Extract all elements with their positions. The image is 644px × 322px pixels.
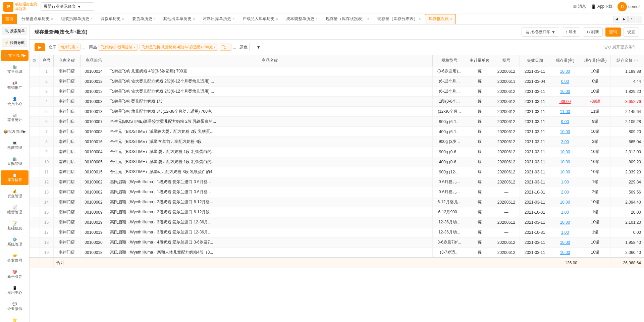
product-tag-more[interactable]: 飞... — [220, 44, 231, 51]
settings-btn[interactable]: 设置 — [624, 28, 639, 37]
cell-warehouse: 南岸门店 — [53, 177, 80, 187]
tab-close-8[interactable]: × — [316, 17, 318, 21]
sidebar-item-retail-stats[interactable]: 📊 零售统计 — [1, 110, 29, 125]
sidebar-item-enterprise[interactable]: 🤝 企业协同 — [1, 251, 29, 266]
tab-menu-btn[interactable]: ⋮ — [636, 16, 642, 22]
cell-stock-main[interactable]: -39.00 — [550, 97, 580, 107]
cell-stock-main[interactable]: 1.00 — [550, 177, 580, 187]
cell-stock-main[interactable]: 10.00 — [550, 248, 580, 258]
print-dropdown-icon: ▼ — [551, 30, 555, 35]
sidebar-item-member2[interactable]: 🌟 畅会员 — [1, 315, 29, 322]
app-download-btn[interactable]: 📱 App下载 — [591, 4, 612, 9]
cell-settings — [30, 107, 40, 117]
tab-5[interactable]: 其他出库单历史 × — [160, 14, 199, 24]
tab-close-4[interactable]: × — [154, 17, 156, 21]
cell-stock-main[interactable]: 10.00 — [550, 217, 580, 227]
sidebar-item-newbie[interactable]: 🎯 新手引导 — [1, 267, 29, 282]
tab-close-1[interactable]: × — [51, 17, 53, 21]
tab-home[interactable]: 首页 — [2, 14, 17, 24]
balance-info-icon[interactable]: ⓘ — [634, 59, 638, 62]
tab-close-3[interactable]: × — [122, 17, 124, 21]
sidebar-item-ecommerce[interactable]: 💻 电商管理 — [1, 138, 29, 153]
tab-close-5[interactable]: × — [193, 17, 195, 21]
cell-stock-main[interactable]: 9.00 — [550, 117, 580, 127]
tab-close-7[interactable]: × — [276, 17, 278, 21]
cell-stock-main[interactable]: 10.00 — [550, 66, 580, 76]
cell-stock-main[interactable]: 10.00 — [550, 167, 580, 177]
cell-stock-main[interactable]: 0.00 — [550, 76, 580, 87]
sidebar-item-purchase[interactable]: 🛍️ 采购管理 — [1, 154, 29, 169]
refresh-btn[interactable]: ↻ 刷新 — [583, 28, 603, 37]
tab-close-2[interactable]: × — [91, 17, 93, 21]
warehouse-tag-remove[interactable]: × — [76, 45, 78, 49]
sidebar-item-retail-shop[interactable]: 🏪 零售商城 — [1, 62, 29, 77]
tab-2[interactable]: 组装拆卸单历史 × — [57, 14, 96, 24]
tab-close-10[interactable]: × — [419, 17, 421, 21]
cell-stock-main[interactable]: 10.00 — [550, 237, 580, 248]
warehouse-tag[interactable]: 南岸门店 × — [58, 44, 80, 51]
tab-7[interactable]: 产成品入库单历史 × — [239, 14, 282, 24]
sidebar-item-wholesale[interactable]: 📦 批发管理 ▶ — [1, 126, 29, 137]
sidebar-item-finance[interactable]: 💰 资金管理 — [1, 186, 29, 201]
user-area[interactable]: D demo2 — [618, 2, 641, 11]
tab-close-6[interactable]: × — [232, 17, 234, 21]
cell-stock-main[interactable]: 2.00 — [550, 187, 580, 197]
message-btn[interactable]: ✉ 消息 — [573, 4, 586, 9]
cell-code: 00100013 — [80, 107, 107, 117]
tab-1[interactable]: 分量盘点单历史 × — [18, 14, 57, 24]
cell-stock-main[interactable]: 1.00 — [550, 207, 580, 217]
product-tag-2-remove[interactable]: × — [214, 45, 216, 49]
export-btn[interactable]: ↑ 导出 — [562, 28, 580, 37]
cell-expiry: 2021-03-11 — [520, 66, 550, 76]
sidebar-item-operations[interactable]: 📈 经营管理 — [1, 203, 29, 217]
warehouse-more-btn[interactable]: ... — [82, 45, 85, 49]
sidebar-item-retail-mgmt[interactable]: 🛒 零售管理 ▶ — [1, 50, 29, 61]
cell-stock-main[interactable]: 10.00 — [550, 157, 580, 167]
sidebar-item-base-info[interactable]: 📝 基础信息 — [1, 219, 29, 233]
tab-9[interactable]: 现存量（库存状况表） × — [322, 14, 373, 24]
logo-area: 好 畅捷通好生意 标题版 — [3, 2, 37, 12]
cell-stock-main[interactable]: 10.00 — [550, 127, 580, 137]
col-settings[interactable]: ⚙ — [30, 55, 40, 66]
tab-4[interactable]: 要货单历史 × — [128, 14, 159, 24]
cell-stock-main[interactable]: 3.00 — [550, 137, 580, 147]
tab-close-9[interactable]: × — [367, 17, 369, 21]
product-tag-2[interactable]: 飞鹤星飞帆 儿童奶粉 4段(3-6岁适用) 700克 × — [140, 44, 218, 51]
cell-settings — [30, 177, 40, 187]
product-tag-1[interactable]: 飞鹤奶粉3段两提装 × — [99, 44, 138, 51]
company-selector[interactable]: 母婴行业演示账套 ▼ — [41, 2, 94, 11]
tab-close-11[interactable]: × — [450, 17, 452, 21]
cell-balance: 509.56 — [610, 187, 644, 197]
print-btn[interactable]: 🖨 按模板打印 ▼ — [522, 28, 559, 37]
tab-next-btn[interactable]: ▶ — [621, 16, 628, 22]
tab-11[interactable]: 库存批次账 × — [425, 14, 456, 24]
tab-prev-btn[interactable]: ◀ — [613, 16, 620, 22]
expand-more-btn[interactable]: ⋁⋁ 展开更多条件 — [602, 43, 639, 51]
cell-stock-main[interactable]: 1.00 — [550, 227, 580, 237]
tab-3[interactable]: 调拨单历史 × — [97, 14, 128, 24]
table-row: 12 南岸门店 00100002 惠氏启颖（Wyeth illuma）1段奶粉 … — [30, 177, 644, 187]
tab-6[interactable]: 材料出库单历史 × — [199, 14, 238, 24]
quick-nav-btn[interactable]: ⚡ 快捷导航 — [2, 39, 27, 47]
sidebar-item-member[interactable]: 👤 会员中心 — [1, 94, 29, 109]
cell-stock-main[interactable]: 10.00 — [550, 197, 580, 207]
sidebar-item-inventory[interactable]: 📋 库存核算 — [1, 170, 29, 185]
cell-stock-main[interactable]: 11.00 — [550, 107, 580, 117]
sidebar-item-app-center[interactable]: 📱 应用中心 — [1, 283, 29, 298]
filter-expand-btn[interactable]: ▶ — [35, 43, 45, 51]
sidebar-item-system[interactable]: ⚙️ 系统管理 — [1, 235, 29, 250]
sidebar-item-marketing[interactable]: 📢 营销推广 — [1, 78, 29, 93]
product-more-btn[interactable]: ... — [233, 45, 236, 49]
query-btn[interactable]: 查询 — [605, 28, 621, 37]
cell-stock-main[interactable]: 10.00 — [550, 87, 580, 97]
tab-10[interactable]: 现存量（库存分布表） × — [374, 14, 425, 24]
tab-close-all-btn[interactable]: × — [628, 16, 635, 22]
cell-settings — [30, 227, 40, 237]
sidebar-item-corp-wechat[interactable]: 💬 企业微信 — [1, 299, 29, 314]
color-dropdown[interactable]: ▼ — [249, 43, 263, 51]
settings-icon[interactable]: ⚙ — [32, 58, 37, 63]
cell-stock-main[interactable]: 10.00 — [550, 147, 580, 157]
tab-8[interactable]: 成本调整单历史 × — [282, 14, 321, 24]
product-tag-1-remove[interactable]: × — [133, 45, 136, 49]
search-menu-btn[interactable]: 🔍 搜索菜单 — [2, 27, 27, 35]
